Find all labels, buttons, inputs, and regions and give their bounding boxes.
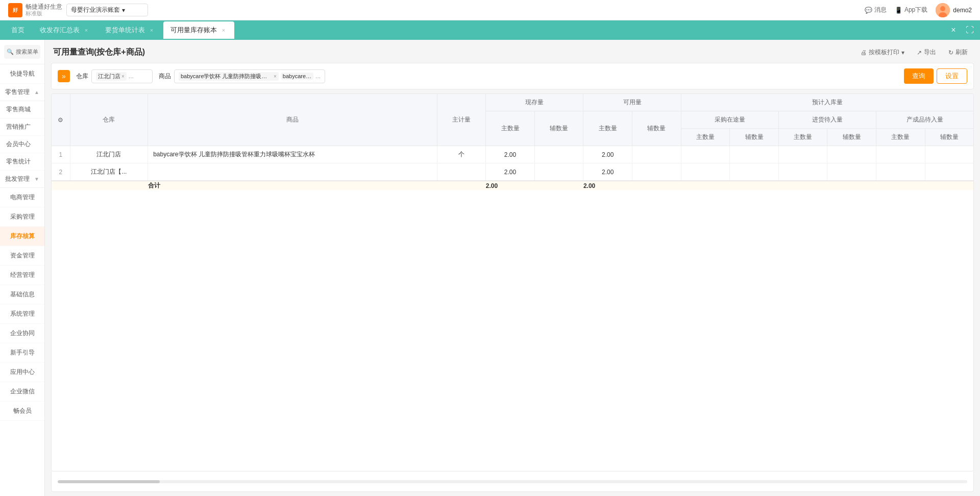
sidebar-item-quick-nav[interactable]: 快捷导航	[0, 64, 44, 84]
tab-available-stock-close[interactable]: ×	[220, 27, 227, 34]
sidebar-item-wholesale-mgmt-label: 批发管理	[5, 175, 30, 183]
sidebar-item-purchase-mgmt[interactable]: 采购管理	[0, 207, 44, 227]
tab-home[interactable]: 首页	[4, 21, 32, 39]
sidebar-item-retail-mall[interactable]: 零售商城	[0, 101, 44, 119]
table-row: 2 江北门店【... 2.00 2.00	[52, 163, 973, 181]
user-area[interactable]: demo2	[936, 3, 972, 17]
row-available-main: 2.00	[583, 163, 632, 181]
row-purchase-aux	[730, 146, 779, 163]
th-purchase-main: 主数量	[681, 129, 730, 146]
sidebar-item-finance-label: 资金管理	[10, 252, 35, 259]
logo-area: 好 畅捷通好生意 标准版	[8, 3, 62, 17]
tab-receipt-summary-close[interactable]: ×	[83, 27, 90, 34]
sidebar-item-ecommerce-mgmt[interactable]: 电商管理	[0, 188, 44, 207]
sidebar-item-ops-mgmt[interactable]: 经营管理	[0, 266, 44, 285]
row-product	[148, 163, 437, 181]
warehouse-tag: 江北门店 ×	[96, 72, 127, 81]
row-seq: 2	[52, 163, 70, 181]
settings-button[interactable]: 设置	[937, 68, 967, 84]
search-menu-label: 搜索菜单	[16, 48, 38, 56]
sidebar-item-inventory-label: 库存核算	[10, 232, 35, 240]
sidebar-item-member-center[interactable]: 会员中心	[0, 136, 44, 153]
sidebar-item-basic-info[interactable]: 基础信息	[0, 285, 44, 304]
warehouse-tag-value: 江北门店	[98, 73, 120, 80]
user-name: demo2	[953, 7, 972, 14]
warehouse-input[interactable]: 江北门店 × ...	[91, 69, 153, 83]
warehouse-more-btn[interactable]: ...	[129, 73, 134, 80]
product-tag-2-value: babycare…	[283, 73, 311, 79]
th-current-aux-qty: 辅数量	[534, 111, 583, 146]
summary-inbound-main	[778, 181, 827, 190]
warehouse-tag-close[interactable]: ×	[121, 74, 125, 79]
industry-selector[interactable]: 母婴行业演示账套 ▾	[66, 4, 148, 16]
message-label: 消息	[874, 6, 887, 14]
product-tag-1: babycare学饮杯 儿童防摔防撞吸管杯重力球吸嘴杯宝宝水杯 ×	[179, 72, 279, 81]
filter-bar: » 仓库 江北门店 × ... 商品 babycare学饮杯 儿童防摔防撞吸管杯…	[51, 63, 974, 89]
sidebar-item-wholesale-mgmt[interactable]: 批发管理 ▼	[0, 171, 44, 188]
th-pending-inbound-group: 进货待入量	[778, 111, 876, 129]
sidebar-item-retail-stats[interactable]: 零售统计	[0, 153, 44, 171]
tab-bar: 首页 收发存汇总表 × 要货单统计表 × 可用量库存账本 × × ⛶	[0, 20, 980, 40]
product-input[interactable]: babycare学饮杯 儿童防摔防撞吸管杯重力球吸嘴杯宝宝水杯 × babyca…	[174, 69, 325, 83]
sidebar-item-marketing-label: 营销推广	[6, 123, 31, 130]
th-inbound-main: 主数量	[778, 129, 827, 146]
close-all-tabs-button[interactable]: ×	[947, 24, 960, 36]
print-by-template-button[interactable]: 🖨 按模板打印 ▾	[856, 46, 909, 59]
message-button[interactable]: 💬 消息	[865, 6, 887, 14]
logo-text: 畅捷通好生意	[26, 3, 62, 10]
main-layout: 🔍 搜索菜单 快捷导航 零售管理 ▲ 零售商城 营销推广 会员中心 零售统计 批…	[0, 40, 980, 496]
th-available-main-qty: 主数量	[583, 111, 632, 146]
sidebar-item-app-center[interactable]: 应用中心	[0, 363, 44, 382]
tab-order-stats[interactable]: 要货单统计表 ×	[98, 21, 162, 39]
tab-available-stock[interactable]: 可用量库存账本 ×	[163, 21, 234, 39]
logo-icon: 好	[8, 3, 22, 17]
row-main-unit: 个	[437, 146, 486, 163]
refresh-button[interactable]: ↻ 刷新	[944, 46, 972, 59]
tab-home-label: 首页	[11, 26, 24, 35]
chevron-down-icon: ▾	[122, 7, 125, 14]
summary-purchase-main	[681, 181, 730, 190]
filter-expand-button[interactable]: »	[58, 70, 70, 82]
row-purchase-main	[681, 146, 730, 163]
summary-current-aux	[534, 181, 583, 190]
sidebar-item-finance-mgmt[interactable]: 资金管理	[0, 246, 44, 266]
app-download-button[interactable]: 📱 App下载	[895, 6, 927, 14]
sidebar-item-vip-member[interactable]: 畅会员	[0, 401, 44, 421]
sidebar-item-retail-mgmt[interactable]: 零售管理 ▲	[0, 84, 44, 101]
sidebar-item-newbie-guide[interactable]: 新手引导	[0, 343, 44, 363]
message-icon: 💬	[865, 7, 872, 14]
th-warehouse: 仓库	[70, 94, 148, 146]
product-tag-1-close[interactable]: ×	[274, 74, 277, 79]
sidebar-item-basic-label: 基础信息	[10, 291, 35, 298]
summary-empty-1	[437, 181, 486, 190]
tab-order-stats-close[interactable]: ×	[148, 27, 155, 34]
summary-label-cell	[52, 181, 148, 190]
chevron-down-icon-wholesale: ▼	[34, 176, 39, 182]
query-button[interactable]: 查询	[904, 68, 934, 84]
export-icon: ↗	[917, 49, 922, 56]
page-header: 可用量查询(按仓库+商品) 🖨 按模板打印 ▾ ↗ 导出 ↻ 刷新	[45, 40, 980, 63]
data-table: ⚙ 仓库 商品 主计量 现存量 可用量 预计入库量 主数量 辅数量 主数量 辅数…	[52, 94, 973, 190]
industry-selector-label: 母婴行业演示账套	[71, 6, 120, 14]
print-label: 按模板打印	[869, 48, 899, 57]
print-chevron-icon: ▾	[901, 49, 904, 56]
product-more-btn[interactable]: ...	[315, 73, 321, 80]
sidebar-item-enterprise-collab[interactable]: 企业协同	[0, 324, 44, 343]
row-warehouse: 江北门店	[70, 146, 148, 163]
tab-receipt-summary[interactable]: 收发存汇总表 ×	[33, 21, 97, 39]
row-seq: 1	[52, 146, 70, 163]
th-gear[interactable]: ⚙	[52, 94, 70, 146]
horizontal-scrollbar[interactable]	[58, 480, 967, 483]
tab-receipt-summary-label: 收发存汇总表	[40, 26, 80, 35]
export-button[interactable]: ↗ 导出	[913, 46, 940, 59]
scrollbar-thumb	[58, 480, 160, 483]
fullscreen-button[interactable]: ⛶	[964, 24, 976, 36]
row-purchase-main	[681, 163, 730, 181]
search-menu-button[interactable]: 🔍 搜索菜单	[4, 45, 40, 59]
sidebar-item-system-mgmt[interactable]: 系统管理	[0, 304, 44, 324]
sidebar-item-retail-mgmt-label: 零售管理	[5, 88, 30, 97]
sidebar-item-inventory-check[interactable]: 库存核算	[0, 227, 44, 246]
row-purchase-aux	[730, 163, 779, 181]
sidebar-item-marketing[interactable]: 营销推广	[0, 119, 44, 136]
sidebar-item-enterprise-wechat[interactable]: 企业微信	[0, 382, 44, 401]
